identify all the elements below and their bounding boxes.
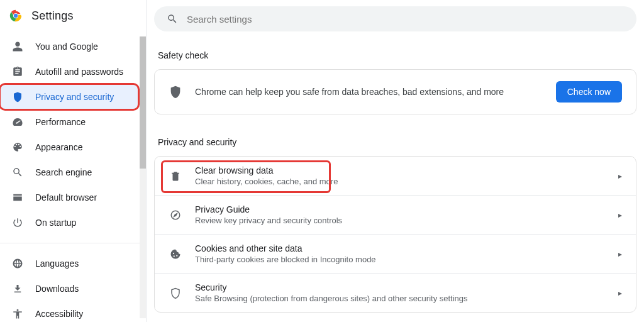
- search-icon: [167, 13, 178, 25]
- privacy-security-card: Clear browsing data Clear history, cooki…: [154, 156, 636, 313]
- clipboard-icon: [11, 65, 24, 78]
- divider: [0, 243, 146, 243]
- row-privacy-guide[interactable]: Privacy Guide Review key privacy and sec…: [155, 196, 636, 235]
- chrome-logo-icon: [9, 9, 23, 23]
- sidebar-item-languages[interactable]: Languages: [0, 251, 138, 276]
- sidebar-item-label: Search engine: [35, 167, 92, 177]
- sidebar-item-label: You and Google: [35, 42, 98, 52]
- row-cookies[interactable]: Cookies and other site data Third-party …: [155, 235, 636, 274]
- row-subtitle: Third-party cookies are blocked in Incog…: [195, 255, 606, 264]
- sidebar-item-performance[interactable]: Performance: [0, 109, 138, 135]
- section-heading-privacy: Privacy and security: [158, 137, 636, 147]
- row-text: Clear browsing data Clear history, cooki…: [195, 165, 606, 186]
- shield-icon: [11, 91, 24, 103]
- row-text: Security Safe Browsing (protection from …: [195, 282, 606, 303]
- sidebar-nav: You and Google Autofill and passwords Pr…: [0, 31, 146, 322]
- search-icon: [11, 166, 24, 179]
- safety-check-text: Chrome can help keep you safe from data …: [195, 87, 543, 97]
- power-icon: [11, 216, 24, 229]
- shield-icon: [169, 287, 182, 299]
- browser-icon: [11, 191, 24, 204]
- scrollbar-thumb[interactable]: [140, 36, 146, 169]
- row-clear-browsing-data[interactable]: Clear browsing data Clear history, cooki…: [155, 157, 636, 196]
- sidebar-item-label: Languages: [35, 258, 79, 269]
- cookie-icon: [169, 248, 182, 260]
- sidebar-item-label: Default browser: [35, 192, 97, 203]
- speed-icon: [11, 116, 24, 128]
- sidebar-item-label: On startup: [35, 218, 76, 228]
- sidebar-item-autofill[interactable]: Autofill and passwords: [0, 59, 138, 84]
- page-title: Settings: [31, 9, 74, 23]
- svg-point-2: [14, 14, 18, 18]
- sidebar-item-label: Performance: [35, 117, 86, 127]
- sidebar-item-search-engine[interactable]: Search engine: [0, 160, 138, 185]
- row-subtitle: Review key privacy and security controls: [195, 216, 606, 225]
- row-subtitle: Safe Browsing (protection from dangerous…: [195, 294, 606, 303]
- sidebar-item-label: Autofill and passwords: [35, 67, 123, 77]
- palette-icon: [11, 141, 24, 153]
- sidebar-item-on-startup[interactable]: On startup: [0, 210, 138, 235]
- section-heading-safety: Safety check: [158, 50, 636, 60]
- sidebar-item-privacy-security[interactable]: Privacy and security: [0, 84, 138, 109]
- compass-icon: [169, 209, 182, 221]
- svg-point-3: [17, 309, 19, 311]
- person-icon: [11, 40, 24, 53]
- row-text: Cookies and other site data Third-party …: [195, 243, 606, 264]
- sidebar-item-label: Accessibility: [35, 309, 83, 319]
- sidebar: Settings You and Google Autofill and pas…: [0, 0, 147, 322]
- chevron-right-icon: ▸: [618, 289, 622, 297]
- main-content: Safety check Chrome can help keep you sa…: [147, 0, 644, 322]
- check-now-button[interactable]: Check now: [556, 81, 622, 103]
- sidebar-item-default-browser[interactable]: Default browser: [0, 185, 138, 210]
- sidebar-item-you-and-google[interactable]: You and Google: [0, 34, 138, 59]
- sidebar-item-label: Privacy and security: [35, 92, 114, 102]
- shield-icon: [169, 85, 182, 99]
- chevron-right-icon: ▸: [618, 211, 622, 219]
- download-icon: [11, 282, 24, 295]
- sidebar-item-label: Downloads: [35, 284, 79, 294]
- sidebar-item-accessibility[interactable]: Accessibility: [0, 301, 138, 322]
- row-title: Security: [195, 282, 606, 292]
- search-input[interactable]: [187, 14, 624, 25]
- chevron-right-icon: ▸: [618, 250, 622, 258]
- sidebar-item-appearance[interactable]: Appearance: [0, 135, 138, 160]
- row-security[interactable]: Security Safe Browsing (protection from …: [155, 274, 636, 312]
- chevron-right-icon: ▸: [618, 172, 622, 180]
- safety-check-card: Chrome can help keep you safe from data …: [154, 69, 636, 114]
- row-title: Privacy Guide: [195, 204, 606, 214]
- search-bar[interactable]: [154, 6, 636, 31]
- sidebar-item-label: Appearance: [35, 142, 83, 152]
- globe-icon: [11, 257, 24, 270]
- accessibility-icon: [11, 308, 24, 320]
- row-text: Privacy Guide Review key privacy and sec…: [195, 204, 606, 225]
- row-title: Clear browsing data: [195, 165, 606, 175]
- row-subtitle: Clear history, cookies, cache, and more: [195, 177, 606, 186]
- row-title: Cookies and other site data: [195, 243, 606, 253]
- trash-icon: [169, 170, 182, 182]
- sidebar-header: Settings: [0, 0, 146, 31]
- sidebar-item-downloads[interactable]: Downloads: [0, 276, 138, 301]
